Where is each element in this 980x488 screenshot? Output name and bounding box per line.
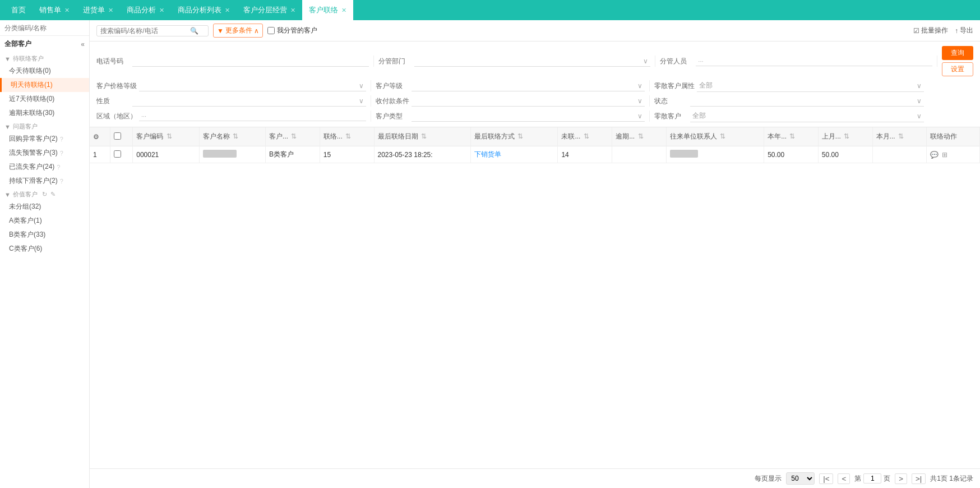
filter-select-retail-customer[interactable]: 全部 ∨ [690, 110, 924, 122]
nav-customer-tier[interactable]: 客户分层经营 ✕ [237, 0, 302, 20]
per-page-select[interactable]: 50 20 100 200 [786, 472, 815, 485]
sort-icon: ⇅ [167, 132, 172, 140]
sidebar-all-customers[interactable]: 全部客户 « [0, 36, 89, 52]
close-icon[interactable]: ✕ [159, 7, 164, 14]
nav-analysis-list[interactable]: 商品分析列表 ✕ [171, 0, 237, 20]
search-button[interactable]: 🔍 [190, 27, 198, 35]
filter-field-customer-level: 客户等级 ∨ [376, 81, 645, 91]
comment-icon[interactable]: 💬 [930, 151, 939, 159]
refresh-icon[interactable]: ↻ [42, 191, 47, 198]
close-icon[interactable]: ✕ [64, 7, 70, 14]
col-un-contact[interactable]: 未联... ⇅ [558, 127, 612, 146]
filter-select-dept[interactable]: ∨ [414, 56, 651, 67]
sort-icon: ⇅ [584, 132, 589, 140]
sidebar-item-churned[interactable]: 已流失客户(24) ? [0, 160, 89, 174]
sidebar-item-today[interactable]: 今天待联络(0) [0, 64, 89, 78]
close-icon[interactable]: ✕ [341, 7, 346, 14]
first-page-button[interactable]: |< [819, 473, 833, 484]
filter-select-region[interactable]: ··· [139, 112, 366, 121]
sidebar-item-b-class[interactable]: B类客户(33) [0, 228, 89, 242]
col-settings[interactable]: ⚙ [90, 127, 110, 146]
col-this-month[interactable]: 本月... ⇅ [872, 127, 927, 146]
filter-row-3: 性质 ∨ 收付款条件 ∨ 状态 [96, 95, 973, 107]
filter-select-customer-type[interactable]: ∨ [412, 111, 645, 122]
col-last-method[interactable]: 最后联络方式 ⇅ [470, 127, 558, 146]
close-icon[interactable]: ✕ [290, 7, 295, 14]
help-icon[interactable]: ? [60, 150, 63, 156]
sidebar-search-input[interactable] [4, 24, 89, 32]
filter-select-customer-level[interactable]: ∨ [412, 81, 645, 91]
nav-purchase[interactable]: 进货单 ✕ [76, 0, 120, 20]
sidebar-item-week[interactable]: 近7天待联络(0) [0, 92, 89, 106]
row-name [199, 146, 265, 163]
col-unit-contact[interactable]: 往来单位联系人 ⇅ [666, 127, 764, 146]
filter-select-price-level[interactable]: ∨ [139, 81, 366, 91]
filter-label-payment: 收付款条件 [376, 96, 409, 106]
filter-panel: 电话号码 分管部门 ∨ 分管人员 ··· [90, 42, 980, 127]
chevron-down-icon: ∨ [637, 112, 642, 120]
edit-icon[interactable]: ✎ [50, 191, 56, 198]
content-area: 🔍 ▼ 更多条件 ∧ 我分管的客户 ☑ 批量操作 ↑ 导出 [90, 20, 980, 488]
filter-select-manager[interactable]: ··· [696, 57, 932, 66]
export-button[interactable]: ↑ 导出 [955, 26, 973, 35]
col-this-year[interactable]: 本年... ⇅ [764, 127, 819, 146]
sidebar-item-repeat[interactable]: 回购异常客户(2) ? [0, 132, 89, 146]
sidebar-item-lost[interactable]: 流失预警客户(3) ? [0, 146, 89, 160]
sort-icon: ⇅ [291, 132, 297, 140]
filter-more-button[interactable]: ▼ 更多条件 ∧ [213, 24, 263, 38]
help-icon[interactable]: ? [60, 136, 63, 142]
filter-select-retail-attr[interactable]: 全部 ∨ [697, 80, 924, 92]
nav-home[interactable]: 首页 [4, 0, 33, 20]
sidebar-item-c-class[interactable]: C类客户(6) [0, 242, 89, 256]
col-last-month[interactable]: 上月... ⇅ [818, 127, 872, 146]
nav-sales[interactable]: 销售单 ✕ [33, 0, 76, 20]
row-select-checkbox[interactable] [114, 150, 121, 158]
sidebar-group-value: ▼ 价值客户 ↻ ✎ [0, 188, 89, 200]
next-page-button[interactable]: > [895, 473, 907, 484]
col-overdue[interactable]: 逾期... ⇅ [612, 127, 667, 146]
close-icon[interactable]: ✕ [108, 7, 113, 14]
col-type[interactable]: 客户... ⇅ [266, 127, 320, 146]
col-name[interactable]: 客户名称 ⇅ [199, 127, 265, 146]
sidebar-item-a-class[interactable]: A类客户(1) [0, 214, 89, 228]
row-last-method[interactable]: 下销货单 [470, 146, 558, 163]
row-index: 1 [90, 146, 110, 163]
page-unit: 页 [884, 474, 890, 484]
sidebar-item-ungraded[interactable]: 未分组(32) [0, 200, 89, 214]
row-overdue [612, 146, 667, 163]
my-customers-checkbox-label[interactable]: 我分管的客户 [267, 26, 317, 35]
last-method-link[interactable]: 下销货单 [474, 150, 501, 158]
sidebar-item-overdue[interactable]: 逾期未联络(30) [0, 106, 89, 120]
last-page-button[interactable]: >| [912, 473, 926, 484]
sort-icon: ⇅ [421, 132, 427, 140]
filter-select-payment[interactable]: ∨ [412, 96, 645, 107]
help-icon[interactable]: ? [57, 164, 60, 171]
sort-icon: ⇅ [233, 132, 238, 140]
nav-customer-contact[interactable]: 客户联络 ✕ [302, 0, 353, 20]
grid-icon[interactable]: ⊞ [942, 151, 947, 159]
filter-row-1: 电话号码 分管部门 ∨ 分管人员 ··· [96, 46, 973, 76]
query-button[interactable]: 查询 [942, 46, 973, 60]
sidebar-item-tomorrow[interactable]: 明天待联络(1) [0, 78, 89, 92]
batch-operation-button[interactable]: ☑ 批量操作 [913, 26, 948, 35]
my-customers-checkbox[interactable] [267, 27, 275, 34]
col-last-date[interactable]: 最后联络日期 ⇅ [374, 127, 470, 146]
select-all-checkbox[interactable] [114, 132, 121, 140]
nav-analysis[interactable]: 商品分析 ✕ [120, 0, 171, 20]
filter-action-buttons: 查询 设置 [942, 46, 973, 76]
col-contacts[interactable]: 联络... ⇅ [320, 127, 374, 146]
settings-button[interactable]: 设置 [942, 62, 973, 76]
filter-input-phone[interactable] [132, 56, 369, 67]
col-code[interactable]: 客户编码 ⇅ [133, 127, 199, 146]
help-icon[interactable]: ? [60, 178, 63, 185]
filter-select-status[interactable]: ∨ [690, 96, 924, 107]
page-input[interactable] [863, 473, 881, 484]
filter-field-retail-attr: 零散客户属性 全部 ∨ [654, 80, 924, 92]
filter-select-nature[interactable]: ∨ [132, 96, 366, 107]
prev-page-button[interactable]: < [838, 473, 850, 484]
close-icon[interactable]: ✕ [225, 7, 230, 14]
collapse-icon: « [81, 40, 85, 48]
sidebar-item-declining[interactable]: 持续下滑客户(2) ? [0, 174, 89, 188]
sort-icon: ⇅ [844, 132, 849, 140]
search-input[interactable] [100, 27, 190, 35]
